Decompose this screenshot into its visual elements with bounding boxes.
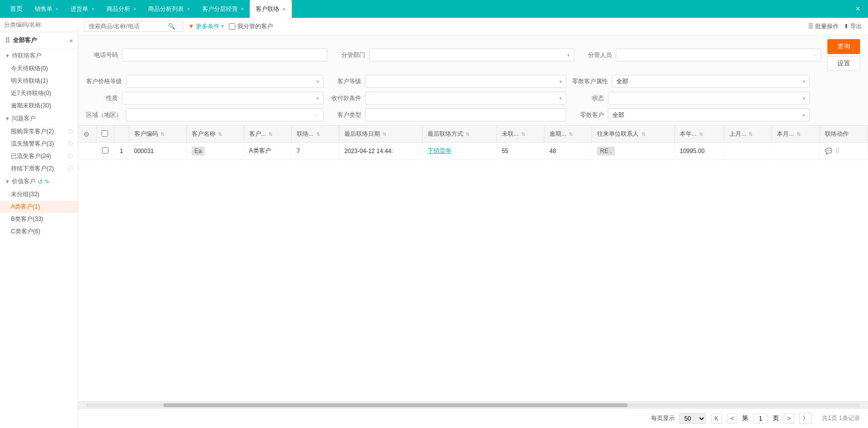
- sort-icon[interactable]: ⇅: [749, 131, 753, 137]
- sort-icon[interactable]: ⇅: [269, 131, 272, 137]
- close-all-tabs-button[interactable]: ×: [852, 4, 864, 13]
- col-contact-count: 联络... ⇅: [291, 126, 339, 143]
- dept-select[interactable]: ▾: [369, 49, 575, 61]
- row-checkbox[interactable]: [102, 147, 108, 154]
- scrollbar-thumb[interactable]: [163, 403, 628, 407]
- info-icon: ⓘ: [67, 140, 73, 148]
- sidebar-section-problem[interactable]: ▼ 问题客户: [0, 112, 78, 125]
- sort-icon[interactable]: ⇅: [218, 131, 222, 137]
- customer-level-select[interactable]: ▾: [365, 75, 567, 88]
- nature-select[interactable]: ▾: [122, 92, 324, 105]
- chevron-down-icon: ▾: [221, 23, 224, 30]
- nav-tab-goods-analysis[interactable]: 商品分析 ×: [101, 0, 142, 18]
- grid-action-icon[interactable]: ⠿: [835, 148, 840, 155]
- sort-icon[interactable]: ⇅: [521, 131, 525, 137]
- filter-status: 状态 ▾: [572, 92, 810, 105]
- close-icon[interactable]: ×: [282, 6, 285, 12]
- sidebar-item-overdue[interactable]: 逾期未联络(30): [0, 100, 78, 112]
- filter-customer-level: 客户等级 ▾: [329, 75, 567, 88]
- sort-icon[interactable]: ⇅: [466, 131, 470, 137]
- sidebar-section-value[interactable]: ▼ 价值客户 ↺ ✎: [0, 175, 78, 188]
- retail-customer-select[interactable]: 全部 ▾: [608, 108, 810, 121]
- filter-manager: 分管人员 ···: [580, 49, 821, 61]
- col-last-date: 最后联络日期 ⇅: [339, 126, 423, 143]
- customer-type-input[interactable]: [365, 108, 567, 121]
- batch-action-button[interactable]: ☰ 批量操作: [808, 22, 839, 31]
- filter-more-button[interactable]: ▼ 更多条件 ▾: [188, 22, 224, 31]
- page-number-input[interactable]: [753, 414, 768, 424]
- col-checkbox[interactable]: [96, 126, 114, 143]
- select-all-checkbox[interactable]: [102, 130, 108, 137]
- setting-button[interactable]: 设置: [827, 56, 860, 71]
- horizontal-scrollbar[interactable]: [78, 401, 868, 408]
- col-customer-code: 客户编码 ⇅: [129, 126, 186, 143]
- status-select[interactable]: ▾: [608, 92, 810, 105]
- price-level-select[interactable]: ▾: [126, 75, 324, 88]
- phone-input[interactable]: [122, 49, 327, 61]
- sidebar-item-hoarding[interactable]: 囤购异常客户(2) ⓘ: [0, 125, 78, 138]
- sort-icon[interactable]: ⇅: [569, 131, 573, 137]
- my-customers-filter[interactable]: 我分管的客户: [229, 22, 273, 31]
- close-icon[interactable]: ×: [133, 6, 136, 12]
- arrow-icon: ▼: [5, 179, 10, 184]
- sidebar-item-churn-warning[interactable]: 流失预警客户(3) ⓘ: [0, 138, 78, 150]
- ellipsis-icon: ···: [813, 53, 817, 58]
- sort-icon[interactable]: ⇅: [642, 131, 646, 137]
- nav-tab-goods-list[interactable]: 商品分析列表 ×: [142, 0, 196, 18]
- sidebar-item-today[interactable]: 今天待联络(0): [0, 62, 78, 75]
- sidebar-item-tomorrow[interactable]: 明天待联络(1): [0, 75, 78, 87]
- nav-tab-sales[interactable]: 销售单 ×: [29, 0, 64, 18]
- settings-gear-icon[interactable]: ⚙: [83, 130, 90, 138]
- last-page-button[interactable]: 》: [799, 413, 812, 424]
- chevron-down-icon: ▾: [317, 79, 319, 84]
- edit-icon[interactable]: ✎: [45, 178, 50, 185]
- close-icon[interactable]: ×: [241, 6, 244, 12]
- sidebar-item-churned[interactable]: 已流失客户(24) ⓘ: [0, 150, 78, 162]
- nav-home[interactable]: 首页: [4, 0, 29, 18]
- sidebar-section-pending[interactable]: ▼ 待联络客户: [0, 49, 78, 62]
- filter-search-box[interactable]: 🔍: [84, 21, 183, 32]
- sidebar-item-c-class[interactable]: C类客户(6): [0, 225, 78, 238]
- ellipsis-icon: ···: [315, 112, 319, 118]
- close-icon[interactable]: ×: [187, 6, 190, 12]
- sidebar-item-ungrouped[interactable]: 未分组(32): [0, 188, 78, 201]
- query-button[interactable]: 查询: [827, 39, 860, 54]
- filter-search-input[interactable]: [89, 23, 168, 30]
- sidebar-item-declining[interactable]: 持续下滑客户(2) ⓘ: [0, 162, 78, 175]
- filter-search-icon[interactable]: 🔍: [168, 23, 175, 30]
- sidebar-item-b-class[interactable]: B类客户(33): [0, 213, 78, 225]
- next-page-button[interactable]: >: [784, 414, 794, 424]
- prev-page-button[interactable]: <: [727, 414, 737, 424]
- close-icon[interactable]: ×: [91, 6, 94, 12]
- refresh-icon[interactable]: ↺: [38, 178, 43, 185]
- row-checkbox-cell[interactable]: [96, 143, 114, 160]
- sort-icon[interactable]: ⇅: [797, 131, 801, 137]
- sort-icon[interactable]: ⇅: [382, 131, 386, 137]
- col-settings[interactable]: ⚙: [78, 126, 96, 143]
- sidebar-item-a-class[interactable]: A类客户(1): [0, 201, 78, 213]
- payment-select[interactable]: ▾: [365, 92, 567, 105]
- nav-tab-purchase[interactable]: 进货单 ×: [64, 0, 100, 18]
- collapse-sidebar-icon[interactable]: «: [69, 37, 73, 44]
- sort-icon[interactable]: ⇅: [699, 131, 703, 137]
- sort-icon[interactable]: ⇅: [161, 131, 164, 137]
- page-size-select[interactable]: 50 100 200: [679, 413, 706, 424]
- my-customers-checkbox[interactable]: [229, 23, 235, 30]
- retail-attr-select[interactable]: 全部 ▾: [612, 75, 810, 88]
- sort-icon[interactable]: ⇅: [316, 131, 320, 137]
- region-select[interactable]: ···: [126, 108, 324, 121]
- row-last-method-cell[interactable]: 下销货单: [422, 143, 496, 160]
- sidebar-item-7days[interactable]: 近7天待联络(0): [0, 87, 78, 100]
- row-last-month-cell: [724, 143, 772, 160]
- sidebar-search-input[interactable]: [4, 21, 78, 28]
- nav-tab-customer-contact[interactable]: 客户联络 ×: [250, 0, 291, 18]
- row-no-contact-cell: 55: [496, 143, 544, 160]
- close-icon[interactable]: ×: [55, 6, 58, 12]
- export-button[interactable]: ⬆ 导出: [844, 22, 862, 31]
- nav-tab-customer-tier[interactable]: 客户分层经营 ×: [196, 0, 250, 18]
- scrollbar-track[interactable]: [86, 403, 860, 407]
- message-icon[interactable]: 💬: [825, 148, 832, 155]
- sidebar-search-bar[interactable]: 🔍: [0, 18, 78, 32]
- manager-select[interactable]: ···: [616, 49, 821, 61]
- first-page-button[interactable]: K: [711, 414, 722, 424]
